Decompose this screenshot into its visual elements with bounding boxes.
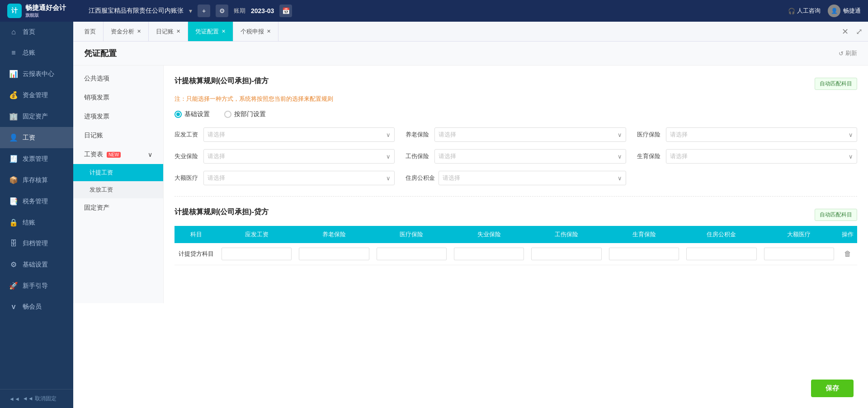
- sidebar-item-inventory[interactable]: 📦 库存核算: [0, 169, 73, 191]
- radio-basic[interactable]: 基础设置: [175, 110, 210, 118]
- salary-icon: 👤: [9, 133, 18, 142]
- tab-close-icon[interactable]: ✕: [222, 28, 226, 34]
- left-nav-sub: 计提工资 发放工资: [73, 164, 163, 198]
- page-title: 凭证配置: [84, 48, 117, 59]
- top-bar: 计 畅捷通好会计 旗舰版 江西服宝精品有限责任公司内账张 ▾ + ⚙ 账期 20…: [0, 0, 868, 22]
- left-nav-salary-table[interactable]: 工资表 NEW ∨: [73, 145, 163, 164]
- service-label: 人工咨询: [797, 7, 821, 15]
- tab-journal[interactable]: 日记账 ✕: [149, 22, 188, 41]
- select-gongshang[interactable]: 请选择 ∨: [434, 149, 626, 164]
- expand-button[interactable]: ⤢: [854, 25, 864, 38]
- field-yiliao: 医疗保险 请选择 ∨: [637, 127, 857, 142]
- auto-match-credit-button[interactable]: 自动匹配科目: [815, 209, 857, 221]
- sidebar-item-archive[interactable]: 🗄 归档管理: [0, 233, 73, 254]
- select-shengyu[interactable]: 请选择 ∨: [666, 149, 857, 164]
- left-nav-public[interactable]: 公共选项: [73, 69, 163, 88]
- refresh-icon: ↺: [839, 50, 844, 57]
- sidebar-item-guide[interactable]: 🚀 新手引导: [0, 275, 73, 296]
- tab-fund-analysis[interactable]: 资金分析 ✕: [104, 22, 149, 41]
- save-button[interactable]: 保存: [811, 380, 854, 397]
- tab-label: 首页: [84, 28, 96, 36]
- add-tab-button[interactable]: +: [198, 5, 210, 17]
- user-area[interactable]: 👤 畅捷通: [828, 5, 861, 17]
- chevron-down-icon: ∨: [148, 151, 152, 158]
- sidebar-item-label: 库存核算: [23, 176, 48, 184]
- sidebar-item-vip[interactable]: V 畅会员: [0, 296, 73, 317]
- select-shiye[interactable]: 请选择 ∨: [203, 149, 395, 164]
- sidebar-item-label: 发票管理: [23, 155, 48, 163]
- field-label: 养老保险: [406, 131, 431, 139]
- refresh-button[interactable]: ↺ 刷新: [839, 49, 857, 57]
- select-yingfa[interactable]: 请选择 ∨: [203, 127, 395, 142]
- select-daeyliao[interactable]: 请选择 ∨: [203, 171, 395, 185]
- input-yingfa[interactable]: [222, 248, 292, 260]
- debit-section-header: 计提核算规则(公司承担)-借方 自动匹配科目: [175, 76, 857, 91]
- company-dropdown-arrow[interactable]: ▾: [189, 7, 192, 14]
- select-yanglao[interactable]: 请选择 ∨: [434, 127, 626, 142]
- radio-dept[interactable]: 按部门设置: [224, 110, 266, 118]
- credit-table: 科目 应发工资 养老保险 医疗保险 失业保险 工伤保险 生育保险 住房公积金 大…: [175, 226, 857, 265]
- select-placeholder: 请选择: [208, 174, 225, 182]
- select-gongjijin[interactable]: 请选择 ∨: [439, 171, 626, 185]
- tab-label: 日记账: [156, 28, 174, 36]
- tab-tax-declaration[interactable]: 个税申报 ✕: [233, 22, 278, 41]
- settings-icon-button[interactable]: ⚙: [216, 5, 228, 17]
- field-label: 生育保险: [637, 152, 662, 160]
- left-nav-accrual[interactable]: 计提工资: [73, 164, 163, 181]
- select-yiliao[interactable]: 请选择 ∨: [666, 127, 857, 142]
- select-placeholder: 请选择: [208, 152, 225, 160]
- input-gongshang[interactable]: [531, 248, 601, 260]
- sidebar-item-label: 资金管理: [23, 91, 48, 99]
- left-nav-pay-salary[interactable]: 发放工资: [73, 181, 163, 198]
- credit-section-title: 计提核算规则(公司承担)-贷方: [175, 207, 269, 217]
- sidebar-item-salary[interactable]: 👤 工资: [0, 127, 73, 148]
- credit-section-header: 计提核算规则(公司承担)-贷方 自动匹配科目: [175, 207, 857, 222]
- cell-yingfa: [218, 243, 295, 265]
- tab-label: 凭证配置: [195, 28, 219, 36]
- sidebar-item-close[interactable]: 🔒 结账: [0, 212, 73, 233]
- sidebar-item-label: 归档管理: [23, 239, 48, 248]
- tab-close-icon[interactable]: ✕: [137, 28, 141, 34]
- left-nav-sales[interactable]: 销项发票: [73, 88, 163, 107]
- tab-actions: ✕ ⤢: [840, 25, 864, 38]
- left-nav-purchase[interactable]: 进项发票: [73, 107, 163, 126]
- input-yanglao[interactable]: [299, 248, 369, 260]
- auto-match-debit-button[interactable]: 自动匹配科目: [815, 78, 857, 90]
- left-nav-journal[interactable]: 日记账: [73, 126, 163, 145]
- sidebar-item-label: 工资: [23, 134, 35, 142]
- close-tab-button[interactable]: ✕: [840, 25, 850, 38]
- tab-close-icon[interactable]: ✕: [267, 28, 271, 34]
- home-icon: ⌂: [9, 28, 18, 36]
- calendar-icon-button[interactable]: 📅: [279, 5, 292, 17]
- select-placeholder: 请选择: [208, 131, 225, 139]
- input-gongjijin[interactable]: [686, 248, 756, 260]
- col-shengyu: 生育保险: [605, 226, 683, 243]
- settings-icon: ⚙: [9, 260, 18, 269]
- sidebar-item-invoice[interactable]: 🧾 发票管理: [0, 148, 73, 169]
- input-shiye[interactable]: [454, 248, 524, 260]
- input-shengyu[interactable]: [609, 248, 679, 260]
- chevron-down-icon: ∨: [618, 153, 622, 160]
- cancel-pin-button[interactable]: ◄◄ ◄◄ 取消固定: [0, 389, 73, 408]
- invoice-icon: 🧾: [9, 155, 18, 163]
- sidebar-item-home[interactable]: ⌂ 首页: [0, 22, 73, 42]
- input-yiliao[interactable]: [377, 248, 447, 260]
- tab-voucher-config[interactable]: 凭证配置 ✕: [188, 22, 233, 41]
- sidebar-item-settings[interactable]: ⚙ 基础设置: [0, 254, 73, 275]
- service-button[interactable]: 🎧 人工咨询: [788, 7, 821, 15]
- sidebar-item-fund[interactable]: 💰 资金管理: [0, 84, 73, 106]
- avatar: 👤: [828, 5, 840, 17]
- delete-row-button[interactable]: 🗑: [844, 250, 851, 258]
- left-nav-fixed-asset[interactable]: 固定资产: [73, 198, 163, 217]
- tab-home[interactable]: 首页: [77, 22, 104, 41]
- left-nav-salary-group: 工资表 NEW ∨ 计提工资 发放工资: [73, 145, 163, 198]
- save-area: 保存: [811, 380, 854, 397]
- sidebar-item-report[interactable]: 📊 云报表中心: [0, 63, 73, 84]
- tab-close-icon[interactable]: ✕: [176, 28, 180, 34]
- sidebar-item-tax[interactable]: 📑 税务管理: [0, 191, 73, 212]
- input-daeyliao[interactable]: [764, 248, 834, 260]
- sidebar-item-ledger[interactable]: ≡ 总账: [0, 42, 73, 63]
- select-placeholder: 请选择: [443, 174, 460, 182]
- sidebar-item-asset[interactable]: 🏢 固定资产: [0, 106, 73, 127]
- chevron-down-icon: ∨: [849, 131, 853, 138]
